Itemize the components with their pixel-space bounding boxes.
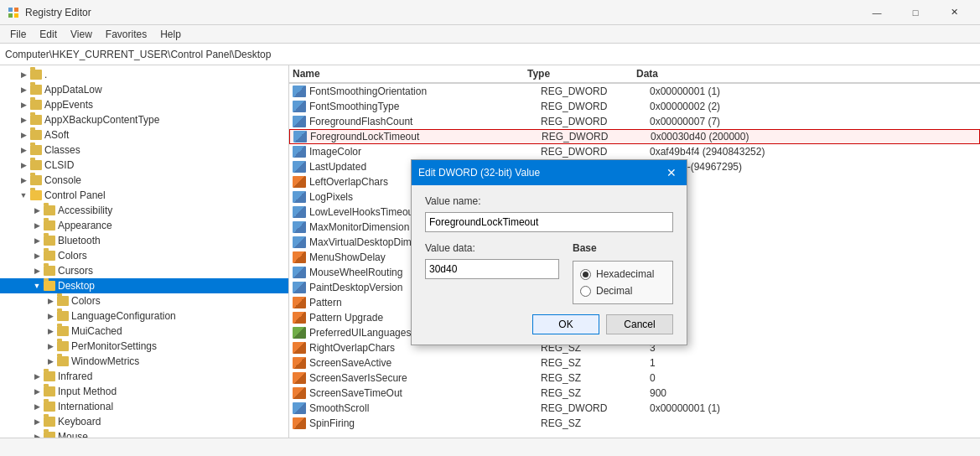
multi-icon (293, 327, 306, 339)
dword-icon (293, 116, 306, 127)
folder-icon (57, 326, 69, 336)
tree-item-windowmetrics[interactable]: ▶ WindowMetrics (0, 354, 288, 369)
row-screensaverissecure[interactable]: ScreenSaverIsSecure REG_SZ 0 (289, 370, 980, 386)
col-header-data: Data (636, 68, 977, 80)
tree-label-muicached: MuiCached (71, 325, 122, 337)
tree-item-appearance[interactable]: ▶ Appearance (0, 218, 288, 233)
tree-label-dot: . (44, 69, 47, 80)
value-name-input[interactable] (425, 212, 673, 232)
dialog-close-button[interactable]: ✕ (663, 164, 680, 181)
row-foregroundlocktimeout[interactable]: ForegroundLockTimeout REG_DWORD 0x00030d… (289, 129, 980, 144)
expander-appevents: ▶ (17, 98, 30, 111)
tree-item-appdatalow[interactable]: ▶ AppDataLow (0, 82, 288, 97)
dword-icon (293, 161, 306, 173)
tree-item-bluetooth[interactable]: ▶ Bluetooth (0, 233, 288, 248)
menu-view[interactable]: View (64, 27, 99, 42)
tree-item-appevents[interactable]: ▶ AppEvents (0, 97, 288, 112)
tree-item-infrared[interactable]: ▶ Infrared (0, 369, 288, 384)
folder-icon (57, 311, 69, 321)
tree-item-appxbackup[interactable]: ▶ AppXBackupContentType (0, 112, 288, 127)
tree-label-appdatalow: AppDataLow (44, 84, 102, 96)
row-smoothscroll[interactable]: SmoothScroll REG_DWORD 0x00000001 (1) (289, 401, 980, 416)
menu-favorites[interactable]: Favorites (99, 27, 153, 42)
tree-item-cursors[interactable]: ▶ Cursors (0, 263, 288, 278)
tree-item-classes[interactable]: ▶ Classes (0, 142, 288, 158)
expander-windowmetrics: ▶ (44, 355, 57, 368)
row-imagecolor[interactable]: ImageColor REG_DWORD 0xaf49b4f4 (2940843… (289, 144, 980, 159)
tree-label-asoft: ASoft (44, 129, 69, 141)
tree-label-permonitor: PerMonitorSettings (71, 340, 157, 352)
folder-icon (57, 356, 69, 366)
menu-edit[interactable]: Edit (33, 27, 64, 42)
tree-panel: ▶ . ▶ AppDataLow ▶ AppEvents ▶ AppXBacku… (0, 65, 289, 456)
menu-file[interactable]: File (3, 27, 33, 42)
radio-hexadecimal-circle (580, 269, 591, 280)
app-icon (7, 6, 20, 19)
sz-icon (293, 417, 306, 429)
tree-label-colors2: Colors (71, 295, 101, 307)
address-bar: Computer\HKEY_CURRENT_USER\Control Panel… (0, 44, 980, 65)
status-bar (0, 438, 980, 456)
tree-item-international[interactable]: ▶ International (0, 399, 288, 414)
folder-icon (44, 236, 55, 246)
folder-icon (57, 341, 69, 351)
row-foregroundflashcount[interactable]: ForegroundFlashCount REG_DWORD 0x0000000… (289, 114, 980, 129)
dword-icon (293, 236, 306, 248)
ok-button[interactable]: OK (532, 314, 599, 334)
row-fontsmoothingorientation[interactable]: FontSmoothingOrientation REG_DWORD 0x000… (289, 84, 980, 99)
dialog-title: Edit DWORD (32-bit) Value (418, 167, 540, 179)
row-screensavetimeout[interactable]: ScreenSaveTimeOut REG_SZ 900 (289, 386, 980, 401)
tree-item-keyboard[interactable]: ▶ Keyboard (0, 414, 288, 429)
radio-hexadecimal[interactable]: Hexadecimal (580, 268, 666, 280)
expander-console: ▶ (17, 174, 30, 187)
radio-decimal[interactable]: Decimal (580, 285, 666, 297)
value-name-label: Value name: (425, 195, 673, 207)
row-spinfiring[interactable]: SpinFiring REG_SZ (289, 416, 980, 431)
dialog-title-bar: Edit DWORD (32-bit) Value ✕ (412, 160, 687, 185)
tree-item-desktop[interactable]: ▼ Desktop (0, 278, 288, 293)
row-screensaveactive[interactable]: ScreenSaveActive REG_SZ 1 (289, 355, 980, 370)
radio-decimal-label: Decimal (596, 285, 632, 297)
expander-languageconfig: ▶ (44, 309, 57, 323)
expander-appdatalow: ▶ (17, 83, 30, 96)
folder-icon (30, 145, 42, 155)
value-data-col: Value data: (425, 242, 559, 304)
folder-icon (30, 160, 42, 170)
tree-item-asoft[interactable]: ▶ ASoft (0, 127, 288, 142)
dword-icon (293, 131, 307, 142)
cancel-button[interactable]: Cancel (606, 314, 673, 334)
expander-appxbackup: ▶ (17, 113, 30, 127)
tree-item-languageconfig[interactable]: ▶ LanguageConfiguration (0, 308, 288, 324)
expander-clsid: ▶ (17, 158, 30, 172)
maximize-button[interactable]: □ (896, 0, 935, 25)
tree-label-accessibility: Accessibility (58, 205, 112, 216)
tree-item-colors[interactable]: ▶ Colors (0, 248, 288, 263)
tree-item-controlpanel[interactable]: ▼ Control Panel (0, 188, 288, 203)
tree-label-international: International (58, 401, 113, 412)
dword-icon (293, 267, 306, 278)
tree-label-bluetooth: Bluetooth (58, 235, 101, 246)
expander-appearance: ▶ (30, 219, 44, 232)
dword-icon (293, 402, 306, 414)
value-data-input[interactable] (425, 259, 559, 279)
row-fontsmoothingtype[interactable]: FontSmoothingType REG_DWORD 0x00000002 (… (289, 99, 980, 114)
tree-item-colors2[interactable]: ▶ Colors (0, 293, 288, 308)
close-button[interactable]: ✕ (935, 0, 973, 25)
folder-icon (44, 266, 55, 276)
tree-item-accessibility[interactable]: ▶ Accessibility (0, 203, 288, 218)
tree-item-console[interactable]: ▶ Console (0, 173, 288, 188)
tree-item-dot[interactable]: ▶ . (0, 67, 288, 82)
sz-icon (293, 342, 306, 354)
tree-label-appearance: Appearance (58, 220, 112, 231)
dword-icon (293, 282, 306, 293)
tree-item-muicached[interactable]: ▶ MuiCached (0, 324, 288, 339)
folder-icon (44, 371, 55, 381)
tree-item-permonitor[interactable]: ▶ PerMonitorSettings (0, 339, 288, 354)
minimize-button[interactable]: — (858, 0, 896, 25)
base-label: Base (573, 242, 673, 254)
tree-item-clsid[interactable]: ▶ CLSID (0, 158, 288, 173)
tree-item-inputmethod[interactable]: ▶ Input Method (0, 384, 288, 399)
expander-infrared: ▶ (30, 370, 44, 383)
address-path: Computer\HKEY_CURRENT_USER\Control Panel… (5, 49, 271, 60)
menu-help[interactable]: Help (153, 27, 188, 42)
